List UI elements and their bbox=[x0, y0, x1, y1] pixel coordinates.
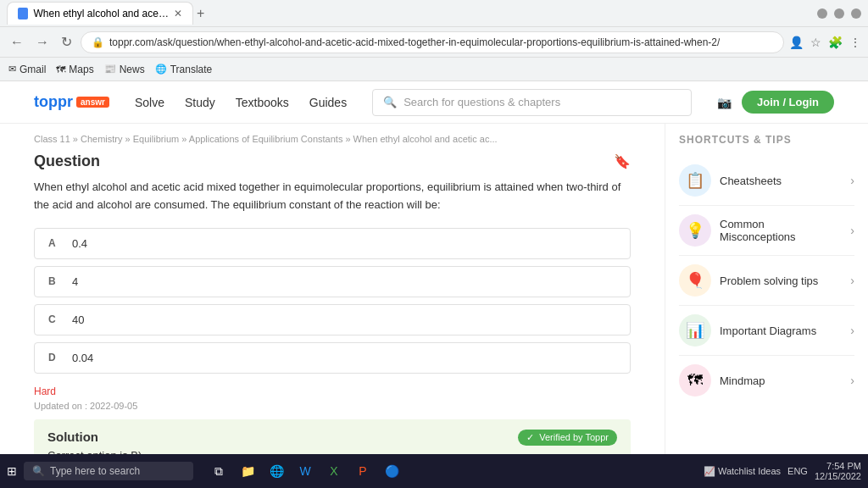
mindmap-chevron-icon: › bbox=[850, 374, 854, 387]
verified-text: Verified by Toppr bbox=[539, 432, 609, 442]
secure-icon: 🔒 bbox=[92, 36, 104, 48]
toppr-logo[interactable]: toppr bbox=[34, 93, 73, 111]
options-list: A 0.4 B 4 C 40 D 0.04 bbox=[34, 228, 631, 374]
word-icon[interactable]: W bbox=[293, 459, 317, 483]
logo-area: toppr answr bbox=[34, 93, 109, 111]
diagrams-chevron-icon: › bbox=[850, 324, 854, 337]
option-c-value: 40 bbox=[72, 313, 84, 326]
nav-solve[interactable]: Solve bbox=[135, 96, 164, 109]
toppr-search-bar[interactable]: 🔍 Search for questions & chapters bbox=[372, 89, 692, 116]
system-tray-icons: 📈 Watchlist Ideas bbox=[704, 466, 781, 477]
taskbar-icons: ⧉ 📁 🌐 W X P 🔵 bbox=[207, 459, 403, 483]
header-right: 📷 Join / Login bbox=[717, 91, 834, 114]
cheatsheets-label: Cheatsheets bbox=[720, 175, 842, 187]
excel-icon[interactable]: X bbox=[322, 459, 346, 483]
nav-textbooks[interactable]: Textbooks bbox=[236, 96, 289, 109]
bookmark-star-icon[interactable]: ☆ bbox=[810, 36, 821, 49]
browser-tab[interactable]: When ethyl alcohol and acetic a... ✕ bbox=[7, 2, 193, 25]
file-explorer-icon[interactable]: 📁 bbox=[236, 459, 259, 483]
address-bar[interactable]: 🔒 toppr.com/ask/question/when-ethyl-alco… bbox=[81, 31, 784, 53]
taskbar-search[interactable]: 🔍 Type here to search bbox=[24, 462, 193, 480]
taskbar-search-icon: 🔍 bbox=[32, 465, 45, 477]
watchlist-icon: 📈 Watchlist Ideas bbox=[704, 466, 781, 477]
sidebar-heading: SHORTCUTS & TIPS bbox=[679, 134, 854, 146]
language-indicator: ENG bbox=[787, 466, 808, 476]
chrome-icon[interactable]: 🔵 bbox=[380, 459, 403, 483]
sidebar-item-cheatsheets[interactable]: 📋 Cheatsheets › bbox=[679, 156, 854, 206]
gmail-icon: ✉ bbox=[8, 64, 16, 75]
content-area: Class 11 » Chemistry » Equilibrium » App… bbox=[0, 124, 665, 488]
cheatsheets-avatar: 📋 bbox=[679, 164, 711, 197]
menu-icon[interactable]: ⋮ bbox=[849, 36, 861, 49]
time-date-display: 7:54 PM 12/15/2022 bbox=[815, 461, 861, 481]
nav-study[interactable]: Study bbox=[185, 96, 215, 109]
mindmap-avatar: 🗺 bbox=[679, 364, 711, 396]
bookmark-news[interactable]: 📰 News bbox=[104, 64, 145, 75]
toppr-nav: Solve Study Textbooks Guides bbox=[135, 96, 347, 109]
bookmark-maps-label: Maps bbox=[69, 64, 93, 75]
join-login-button[interactable]: Join / Login bbox=[742, 91, 834, 114]
ppt-icon[interactable]: P bbox=[351, 459, 375, 483]
question-title-text: Question bbox=[34, 152, 100, 170]
minimize-button[interactable] bbox=[817, 8, 827, 19]
option-d[interactable]: D 0.04 bbox=[34, 342, 631, 374]
tab-title: When ethyl alcohol and acetic a... bbox=[33, 8, 169, 19]
sidebar-item-diagrams[interactable]: 📊 Important Diagrams › bbox=[679, 306, 854, 356]
mindmap-label: Mindmap bbox=[720, 374, 842, 387]
bookmarks-bar: ✉ Gmail 🗺 Maps 📰 News 🌐 Translate bbox=[0, 58, 868, 81]
page-content: toppr answr Solve Study Textbooks Guides… bbox=[0, 81, 868, 488]
bookmark-maps[interactable]: 🗺 Maps bbox=[56, 64, 93, 75]
camera-icon[interactable]: 📷 bbox=[717, 96, 732, 109]
browser-nav-bar: ← → ↻ 🔒 toppr.com/ask/question/when-ethy… bbox=[0, 27, 868, 58]
sidebar-item-mindmap[interactable]: 🗺 Mindmap › bbox=[679, 356, 854, 405]
check-icon: ✓ bbox=[526, 432, 534, 443]
cheatsheets-chevron-icon: › bbox=[850, 174, 854, 187]
forward-button[interactable]: → bbox=[32, 31, 53, 53]
edge-icon[interactable]: 🌐 bbox=[264, 459, 288, 483]
refresh-button[interactable]: ↻ bbox=[58, 30, 75, 53]
misconceptions-label: Common Misconceptions bbox=[720, 218, 842, 243]
problem-solving-avatar: 🎈 bbox=[679, 264, 711, 297]
option-a-value: 0.4 bbox=[72, 237, 87, 250]
option-b[interactable]: B 4 bbox=[34, 266, 631, 297]
taskbar-right: 📈 Watchlist Ideas ENG 7:54 PM 12/15/2022 bbox=[704, 461, 861, 481]
task-view-icon[interactable]: ⧉ bbox=[207, 459, 231, 483]
option-b-value: 4 bbox=[72, 275, 78, 288]
option-c[interactable]: C 40 bbox=[34, 304, 631, 336]
maps-icon: 🗺 bbox=[56, 64, 65, 75]
tab-close-button[interactable]: ✕ bbox=[174, 8, 182, 19]
search-placeholder: Search for questions & chapters bbox=[403, 96, 560, 108]
question-bookmark-icon[interactable]: 🔖 bbox=[614, 153, 631, 169]
question-title-bar: Question 🔖 bbox=[34, 152, 631, 170]
search-icon: 🔍 bbox=[383, 96, 397, 108]
misconceptions-avatar: 💡 bbox=[679, 214, 711, 247]
question-body-text: When ethyl alcohol and acetic acid mixed… bbox=[34, 179, 631, 214]
verified-badge: ✓ Verified by Toppr bbox=[518, 430, 617, 446]
date-display: 12/15/2022 bbox=[815, 471, 861, 481]
diagrams-avatar: 📊 bbox=[679, 314, 711, 347]
difficulty-badge: Hard bbox=[34, 385, 631, 397]
sidebar-item-problem-solving[interactable]: 🎈 Problem solving tips › bbox=[679, 256, 854, 306]
main-content: Class 11 » Chemistry » Equilibrium » App… bbox=[0, 124, 868, 488]
option-c-label: C bbox=[48, 313, 62, 325]
url-text: toppr.com/ask/question/when-ethyl-alcoho… bbox=[109, 36, 720, 48]
start-button[interactable]: ⊞ bbox=[7, 464, 17, 478]
misconceptions-chevron-icon: › bbox=[850, 224, 854, 237]
bookmark-gmail-label: Gmail bbox=[19, 64, 46, 75]
option-b-label: B bbox=[48, 275, 62, 287]
extension-icon[interactable]: 🧩 bbox=[828, 36, 843, 49]
window-controls bbox=[817, 8, 861, 19]
new-tab-button[interactable]: + bbox=[197, 6, 204, 21]
maximize-button[interactable] bbox=[834, 8, 844, 19]
sidebar: SHORTCUTS & TIPS 📋 Cheatsheets › 💡 Commo… bbox=[665, 124, 868, 488]
bookmark-translate[interactable]: 🌐 Translate bbox=[155, 64, 213, 75]
close-button[interactable] bbox=[851, 8, 861, 19]
back-button[interactable]: ← bbox=[7, 31, 27, 53]
sidebar-item-misconceptions[interactable]: 💡 Common Misconceptions › bbox=[679, 206, 854, 256]
toppr-header: toppr answr Solve Study Textbooks Guides… bbox=[0, 81, 868, 124]
bookmark-gmail[interactable]: ✉ Gmail bbox=[8, 64, 46, 75]
option-a[interactable]: A 0.4 bbox=[34, 228, 631, 259]
nav-guides[interactable]: Guides bbox=[309, 96, 347, 109]
time-display: 7:54 PM bbox=[815, 461, 861, 471]
profile-icon[interactable]: 👤 bbox=[789, 36, 804, 49]
